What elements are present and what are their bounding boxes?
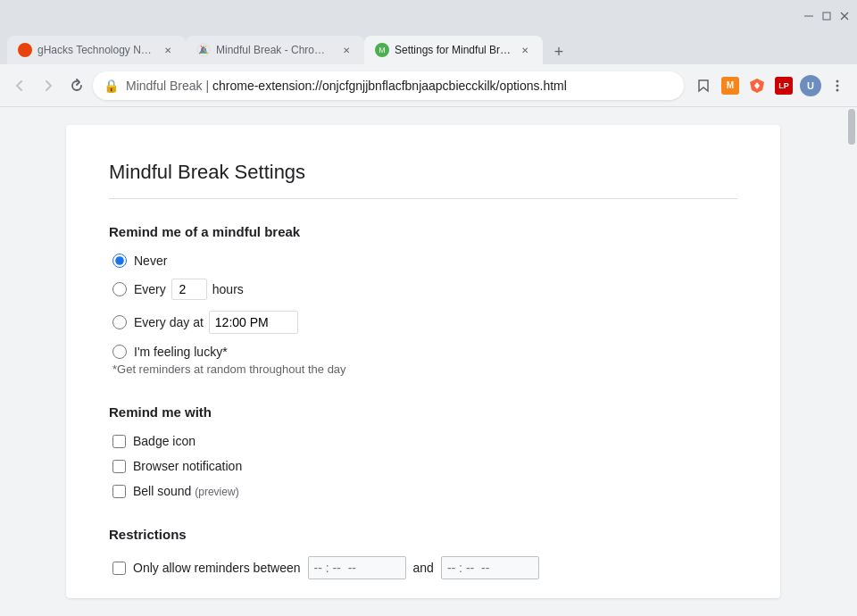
every-day-label: Every day at (134, 311, 298, 334)
time-connector: and (413, 561, 434, 575)
bookmark-button[interactable] (691, 73, 716, 98)
checkbox-bell-sound-input[interactable] (112, 485, 126, 498)
svg-point-7 (836, 84, 839, 87)
lastpass-icon[interactable]: LP (771, 73, 796, 98)
settings-card: Mindful Break Settings Remind me of a mi… (66, 125, 780, 598)
radio-every-day-input[interactable] (112, 315, 127, 329)
tab-close-ghacks[interactable]: ✕ (161, 43, 175, 57)
back-button[interactable] (7, 73, 32, 98)
address-bar[interactable]: 🔒 Mindful Break | chrome-extension://onj… (93, 71, 684, 100)
security-icon: 🔒 (104, 79, 119, 93)
radio-lucky-input[interactable] (112, 345, 127, 359)
page-content: Mindful Break Settings Remind me of a mi… (0, 107, 846, 616)
site-name: Mindful Break (126, 79, 203, 93)
reload-button[interactable] (64, 73, 89, 98)
maximize-button[interactable] (821, 11, 832, 21)
tab-title-chrome-store: Mindful Break - Chrome Web St... (216, 44, 334, 56)
remind-section: Remind me of a mindful break Never Every (109, 224, 737, 376)
tab-close-settings[interactable]: ✕ (518, 43, 532, 57)
address-bar-text: Mindful Break | chrome-extension://onjcf… (126, 79, 673, 93)
checkbox-allow-between[interactable]: Only allow reminders between (112, 561, 301, 575)
time-from-input[interactable] (308, 556, 406, 579)
time-to-input[interactable] (441, 556, 539, 579)
radio-lucky[interactable]: I'm feeling lucky* (112, 345, 737, 359)
hours-input[interactable] (171, 279, 207, 300)
radio-every-hours-input[interactable] (112, 282, 127, 296)
allow-between-label: Only allow reminders between (133, 561, 301, 575)
checkbox-badge[interactable]: Badge icon (112, 434, 737, 448)
remind-section-title: Remind me of a mindful break (109, 224, 737, 239)
remind-with-section: Remind me with Badge icon Browser notifi… (109, 404, 737, 498)
restrictions-checkboxes: Only allow reminders between and (112, 556, 737, 579)
radio-never-label: Never (134, 254, 167, 268)
scrollbar-track (846, 107, 857, 616)
checkbox-browser-notification[interactable]: Browser notification (112, 459, 737, 473)
remind-radio-group: Never Every hours (112, 254, 737, 359)
content-area: Mindful Break Settings Remind me of a mi… (0, 107, 857, 616)
radio-never[interactable]: Never (112, 254, 737, 268)
address-bar-row: 🔒 Mindful Break | chrome-extension://onj… (0, 64, 857, 107)
bell-sound-label: Bell sound (preview) (133, 484, 239, 498)
time-input[interactable] (209, 311, 298, 334)
title-bar (0, 0, 857, 32)
tab-title-ghacks: gHacks Technology News (37, 44, 155, 56)
tab-favicon-chrome-store (196, 43, 211, 57)
tab-settings[interactable]: M Settings for Mindful Break ✕ (364, 36, 543, 64)
svg-rect-1 (823, 12, 830, 20)
brave-icon[interactable] (745, 73, 770, 98)
metamask-icon[interactable]: M (718, 73, 743, 98)
restrictions-section: Restrictions Only allow reminders betwee… (109, 527, 737, 579)
checkbox-allow-between-input[interactable] (112, 562, 126, 575)
window-controls (803, 11, 850, 21)
bell-sound-preview-link[interactable]: (preview) (195, 486, 238, 498)
svg-rect-0 (804, 16, 813, 17)
minimize-button[interactable] (803, 11, 814, 21)
checkbox-browser-notification-input[interactable] (112, 460, 126, 473)
remind-with-checkboxes: Badge icon Browser notification Bell sou… (112, 434, 737, 498)
new-tab-button[interactable]: + (546, 39, 571, 64)
badge-label: Badge icon (133, 434, 196, 448)
page-title: Mindful Break Settings (109, 161, 737, 184)
checkbox-bell-sound[interactable]: Bell sound (preview) (112, 484, 737, 498)
toolbar-icons: M LP U (691, 73, 850, 98)
more-button[interactable] (825, 73, 850, 98)
svg-point-6 (836, 79, 839, 82)
browser-notification-label: Browser notification (133, 459, 242, 473)
radio-every-day[interactable]: Every day at (112, 311, 737, 334)
tabs-bar: gHacks Technology News ✕ Mindful Break -… (0, 32, 857, 64)
scrollbar-thumb[interactable] (848, 109, 855, 145)
allow-between-row: Only allow reminders between and (112, 556, 737, 579)
browser-frame: gHacks Technology News ✕ Mindful Break -… (0, 0, 857, 616)
url-text: chrome-extension://onjcfgnjjbnflacfbnjaa… (212, 79, 567, 93)
forward-button[interactable] (36, 73, 61, 98)
every-label: Every hours (134, 279, 244, 300)
tab-favicon-mindful: M (375, 43, 389, 57)
profile-button[interactable]: U (798, 73, 823, 98)
close-button[interactable] (839, 11, 850, 21)
svg-point-8 (836, 88, 839, 91)
remind-hint: *Get reminders at random throughout the … (112, 362, 737, 376)
tab-favicon-ghacks (18, 43, 32, 57)
radio-never-input[interactable] (112, 254, 127, 268)
title-divider (109, 198, 737, 199)
tab-chrome-store[interactable]: Mindful Break - Chrome Web St... ✕ (186, 36, 364, 64)
lucky-label: I'm feeling lucky* (134, 345, 228, 359)
radio-every-hours[interactable]: Every hours (112, 279, 737, 300)
restrictions-title: Restrictions (109, 527, 737, 542)
remind-with-title: Remind me with (109, 404, 737, 420)
tab-close-chrome-store[interactable]: ✕ (339, 43, 354, 57)
url-separator: | (205, 79, 212, 93)
tab-ghacks[interactable]: gHacks Technology News ✕ (7, 36, 186, 64)
checkbox-badge-input[interactable] (112, 435, 126, 448)
tab-title-settings: Settings for Mindful Break (395, 44, 512, 56)
